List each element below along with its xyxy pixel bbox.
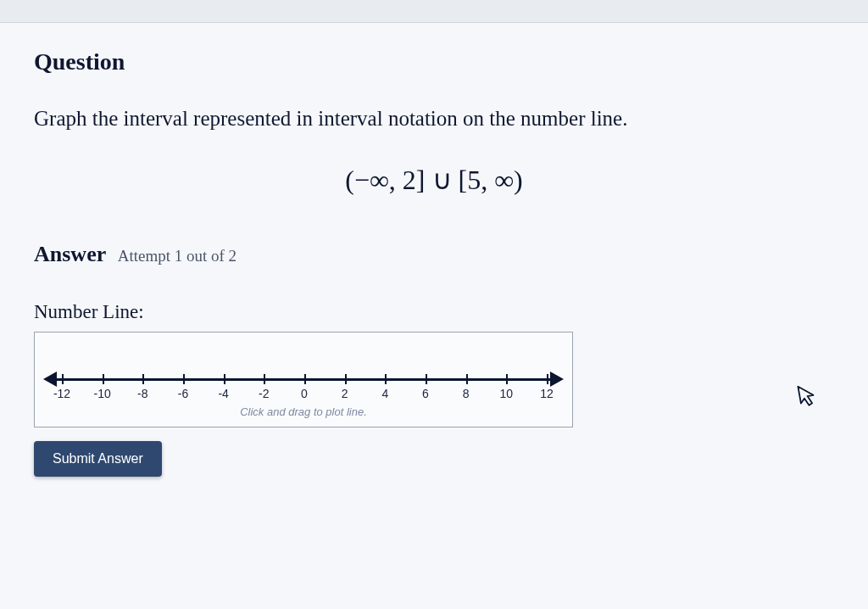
tick-mark bbox=[466, 374, 468, 384]
top-bar bbox=[0, 0, 868, 23]
tick-label: -6 bbox=[178, 387, 188, 400]
tick-label: -10 bbox=[94, 387, 111, 400]
tick-mark bbox=[506, 374, 508, 384]
arrow-right-icon bbox=[550, 372, 564, 387]
tick-mark bbox=[264, 374, 265, 384]
number-line-axis[interactable]: -12-10-8-6-4-2024681012 bbox=[47, 370, 560, 399]
answer-label: Answer bbox=[34, 242, 106, 266]
tick-mark bbox=[142, 374, 144, 384]
tick-label: 12 bbox=[540, 387, 554, 400]
answer-row: Answer Attempt 1 out of 2 bbox=[34, 242, 834, 267]
tick-label: -12 bbox=[53, 387, 70, 400]
interval-expression: (−∞, 2] ∪ [5, ∞) bbox=[34, 164, 834, 196]
question-content: Question Graph the interval represented … bbox=[0, 23, 868, 477]
tick-mark bbox=[62, 374, 64, 384]
number-line-box[interactable]: -12-10-8-6-4-2024681012 Click and drag t… bbox=[34, 332, 573, 427]
question-heading: Question bbox=[34, 48, 834, 75]
tick-label: 2 bbox=[342, 387, 348, 400]
tick-label: 10 bbox=[500, 387, 514, 400]
tick-mark bbox=[385, 374, 387, 384]
tick-label: -4 bbox=[218, 387, 228, 400]
tick-mark bbox=[304, 374, 306, 384]
tick-mark bbox=[183, 374, 185, 384]
submit-answer-button[interactable]: Submit Answer bbox=[34, 441, 162, 477]
tick-mark bbox=[426, 374, 427, 384]
attempt-counter: Attempt 1 out of 2 bbox=[118, 247, 236, 265]
tick-label: 8 bbox=[463, 387, 470, 400]
tick-label: -2 bbox=[259, 387, 269, 400]
tick-mark bbox=[224, 374, 225, 384]
axis-line[interactable] bbox=[52, 378, 555, 381]
tick-label: 4 bbox=[381, 387, 388, 400]
tick-mark bbox=[103, 374, 104, 384]
tick-label: -8 bbox=[137, 387, 147, 400]
tick-label: 0 bbox=[301, 387, 308, 400]
tick-mark bbox=[547, 374, 548, 384]
number-line-label: Number Line: bbox=[34, 301, 834, 323]
number-line-hint: Click and drag to plot line. bbox=[47, 405, 560, 422]
tick-mark bbox=[345, 374, 347, 384]
question-prompt: Graph the interval represented in interv… bbox=[34, 104, 834, 133]
tick-label: 6 bbox=[422, 387, 429, 400]
